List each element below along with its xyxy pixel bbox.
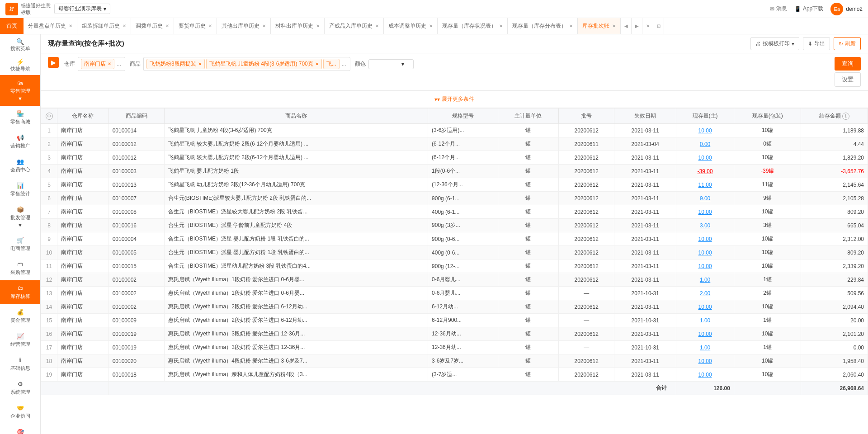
sidebar-item-marketing[interactable]: 📢 营销推广: [0, 130, 40, 154]
sidebar-item-member[interactable]: 👥 会员中心: [0, 154, 40, 178]
row-qty-main[interactable]: -39.00: [676, 165, 734, 178]
warehouse-tag[interactable]: 南岸门店 ✕: [81, 59, 114, 69]
sidebar-item-basics[interactable]: ℹ 基础信息: [0, 352, 40, 376]
row-qty-main[interactable]: 2.00: [676, 287, 734, 300]
row-qty-pkg: 10罐: [734, 354, 801, 368]
close-icon[interactable]: ✕: [262, 24, 266, 28]
settings-icon[interactable]: ⚙: [46, 113, 53, 120]
product-filter-box[interactable]: 飞鹤奶粉3段两提装 ✕ 飞鹤星飞帆 儿童奶粉 4段(3-6岁适用) 700克 ✕…: [143, 57, 350, 71]
sidebar-item-finance[interactable]: 💰 资金管理: [0, 304, 40, 328]
row-unit: 罐: [498, 354, 559, 368]
row-num: 7: [41, 205, 57, 219]
col-header-gear[interactable]: ⚙: [41, 108, 57, 124]
nav-menu-arrow[interactable]: ⊡: [653, 18, 664, 34]
sidebar-item-wholesale[interactable]: 📦 批发管理 ▼: [0, 202, 40, 232]
nav-tab-2[interactable]: 组装拆卸单历史 ✕: [77, 18, 131, 34]
nav-tab-9[interactable]: 现存量（库存状况表）✕: [438, 18, 508, 34]
row-qty-main[interactable]: 10.00: [676, 151, 734, 165]
col-header-expiry: 失效日期: [614, 108, 676, 124]
remove-tag-icon[interactable]: ✕: [108, 61, 111, 66]
row-qty-main[interactable]: 10.00: [676, 246, 734, 259]
close-icon[interactable]: ✕: [165, 24, 169, 28]
remove-tag-icon[interactable]: ✕: [198, 61, 202, 66]
row-qty-main[interactable]: 10.00: [676, 259, 734, 273]
row-qty-main[interactable]: 11.00: [676, 178, 734, 192]
sidebar-item-retail[interactable]: 🛍 零售管理 ▼: [0, 75, 40, 106]
row-qty-main[interactable]: 3.00: [676, 219, 734, 232]
row-qty-main[interactable]: 0.00: [676, 137, 734, 151]
user-area[interactable]: Ea demo2: [830, 3, 863, 15]
sidebar-item-retail-mall[interactable]: 🏪 零售商城: [0, 106, 40, 130]
nav-tab-home[interactable]: 首页: [0, 18, 24, 34]
row-amount: 1,189.88: [801, 124, 868, 137]
print-button[interactable]: 🖨 按模板打印 ▾: [750, 37, 799, 50]
color-dropdown[interactable]: ▾: [368, 59, 414, 69]
row-qty-main[interactable]: 10.00: [676, 232, 734, 246]
row-qty-main[interactable]: 10.00: [676, 124, 734, 137]
warehouse-more-btn[interactable]: ...: [116, 61, 122, 67]
close-icon[interactable]: ✕: [123, 24, 126, 28]
sidebar-item-ecommerce[interactable]: 🛒 电商管理: [0, 232, 40, 256]
row-qty-main[interactable]: 10.00: [676, 300, 734, 314]
row-qty-main[interactable]: 1.00: [676, 341, 734, 354]
close-icon[interactable]: ✕: [429, 24, 433, 28]
nav-prev-arrow[interactable]: ◀: [621, 18, 632, 34]
row-qty-main[interactable]: 10.00: [676, 354, 734, 368]
row-qty-main[interactable]: 10.00: [676, 205, 734, 219]
sidebar-search-btn[interactable]: 🔍 搜索英单: [0, 34, 40, 56]
sidebar-quick-nav[interactable]: ⚡ 快捷导航: [0, 56, 40, 75]
sidebar-item-retail-stats[interactable]: 📊 零售统计: [0, 178, 40, 202]
close-icon[interactable]: ✕: [569, 24, 573, 28]
row-qty-main[interactable]: 10.00: [676, 327, 734, 341]
refresh-button[interactable]: ↻ 刷新: [834, 37, 861, 50]
row-qty-main[interactable]: 9.00: [676, 192, 734, 205]
close-icon[interactable]: ✕: [612, 24, 616, 28]
close-icon[interactable]: ✕: [69, 24, 72, 28]
sidebar-item-guide[interactable]: 🎯 新手引导: [0, 424, 40, 434]
row-expiry: 2021-03-11: [614, 259, 676, 273]
sidebar-item-collab[interactable]: 🤝 企业协同: [0, 400, 40, 424]
row-qty-main[interactable]: 1.00: [676, 314, 734, 327]
nav-tab-1[interactable]: 分量盘点单历史 ✕: [24, 18, 77, 34]
product-tag-2[interactable]: 飞鹤星飞帆 儿童奶粉 4段(3-6岁适用) 700克 ✕: [206, 59, 322, 69]
nav-close-arrow[interactable]: ✕: [642, 18, 653, 34]
row-qty-main[interactable]: 1.00: [676, 273, 734, 287]
search-button[interactable]: 查询: [835, 57, 861, 71]
sidebar-item-inventory[interactable]: 🗂 库存核算: [0, 280, 40, 304]
row-qty-main[interactable]: 10.00: [676, 368, 734, 382]
info-icon[interactable]: ℹ: [842, 113, 849, 120]
product-more-btn[interactable]: ...: [341, 61, 347, 67]
close-icon[interactable]: ✕: [375, 24, 379, 28]
remove-tag-icon[interactable]: ✕: [315, 61, 319, 66]
nav-tab-6[interactable]: 材料出库单历史 ✕: [271, 18, 325, 34]
expand-conditions-btn[interactable]: ▾▾ 展开更多条件: [432, 93, 477, 106]
nav-tab-5[interactable]: 其他出库单历史 ✕: [217, 18, 271, 34]
nav-tab-8[interactable]: 成本调整单历史 ✕: [384, 18, 438, 34]
industry-selector[interactable]: 母婴行业演示库表 ▾: [54, 4, 110, 14]
nav-tab-4[interactable]: 要货单历史 ✕: [174, 18, 217, 34]
nav-tab-3[interactable]: 调拨单历史 ✕: [131, 18, 174, 34]
close-icon[interactable]: ✕: [499, 24, 503, 28]
sidebar: 🔍 搜索英单 ⚡ 快捷导航 🛍 零售管理 ▼ 🏪 零售商城 📢 营销推广 👥 会…: [0, 34, 41, 434]
settings-button[interactable]: 设置: [835, 72, 861, 87]
product-tag-1[interactable]: 飞鹤奶粉3段两提装 ✕: [146, 59, 205, 69]
nav-tab-10[interactable]: 现存量（库存分布表）✕: [508, 18, 578, 34]
product-tag-3[interactable]: 飞...: [323, 59, 340, 69]
warehouse-filter-box[interactable]: 南岸门店 ✕ ...: [78, 57, 125, 71]
sidebar-item-operations[interactable]: 📈 经营管理: [0, 328, 40, 352]
nav-tab-11[interactable]: 库存批次账 ✕: [578, 18, 621, 34]
close-icon[interactable]: ✕: [208, 24, 212, 28]
row-expiry: 2021-03-11: [614, 273, 676, 287]
nav-tab-7[interactable]: 产成品入库单历史 ✕: [325, 18, 384, 34]
app-download-button[interactable]: 📱 App下载: [794, 5, 823, 13]
row-expiry: 2021-03-11: [614, 124, 676, 137]
expand-arrow[interactable]: ▶: [48, 57, 59, 68]
row-qty-pkg: 0罐: [734, 137, 801, 151]
sidebar-item-purchase[interactable]: 🗃 采购管理: [0, 256, 40, 280]
row-spec: 400g (6-1...: [428, 205, 498, 219]
close-icon[interactable]: ✕: [316, 24, 320, 28]
message-button[interactable]: ✉ 消息: [770, 5, 787, 13]
export-button[interactable]: ⬇ 导出: [803, 37, 830, 50]
nav-next-arrow[interactable]: ▶: [632, 18, 642, 34]
sidebar-item-system[interactable]: ⚙ 系统管理: [0, 376, 40, 400]
